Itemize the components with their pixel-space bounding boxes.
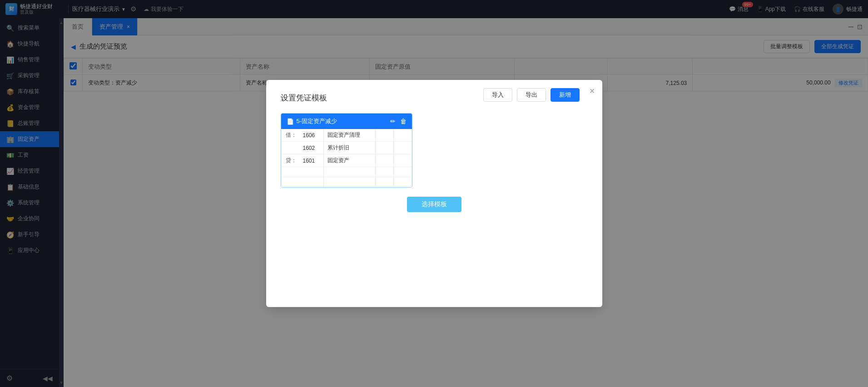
- template-card-body: 借： 1606 固定资产清理 1602 累计折旧: [281, 129, 412, 187]
- template-empty-row-2: [281, 177, 412, 187]
- template-card: 📄 5-固定资产减少 ✏ 🗑 借： 1606 固定资产清理: [281, 113, 412, 188]
- export-btn[interactable]: 导出: [517, 88, 546, 102]
- dialog: × 设置凭证模板 导入 导出 新增 📄 5-固定资产减少 ✏ 🗑: [266, 80, 602, 307]
- template-doc-icon: 📄: [287, 118, 294, 125]
- template-edit-icon[interactable]: ✏: [390, 118, 396, 125]
- template-entry-debit-1: 借： 1606 固定资产清理: [281, 129, 412, 142]
- dialog-overlay: × 设置凭证模板 导入 导出 新增 📄 5-固定资产减少 ✏ 🗑: [0, 0, 868, 387]
- template-entry-debit-2: 1602 累计折旧: [281, 142, 412, 154]
- template-empty-row-1: [281, 167, 412, 177]
- template-delete-icon[interactable]: 🗑: [400, 118, 407, 125]
- dialog-close-btn[interactable]: ×: [590, 86, 595, 95]
- template-header-actions: ✏ 🗑: [390, 118, 407, 125]
- dialog-toolbar: 导入 导出 新增: [483, 88, 580, 102]
- template-entry-credit-1: 贷： 1601 固定资产: [281, 154, 412, 167]
- import-btn[interactable]: 导入: [483, 88, 512, 102]
- select-template-btn[interactable]: 选择模板: [407, 197, 461, 212]
- template-header-left: 📄 5-固定资产减少: [287, 117, 337, 125]
- template-card-header: 📄 5-固定资产减少 ✏ 🗑: [281, 114, 412, 129]
- template-entries-table: 借： 1606 固定资产清理 1602 累计折旧: [281, 129, 412, 187]
- new-btn[interactable]: 新增: [551, 88, 580, 102]
- template-name: 5-固定资产减少: [297, 117, 337, 125]
